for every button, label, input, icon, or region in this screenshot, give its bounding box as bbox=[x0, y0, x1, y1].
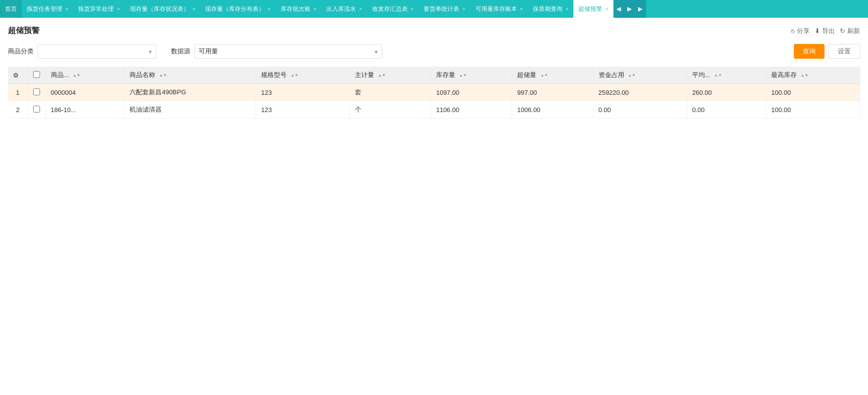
nav-item-overstock[interactable]: 超储预警 × bbox=[573, 0, 613, 18]
sort-icon: ▲▼ bbox=[159, 74, 167, 78]
page-header: 超储预警 ⎋ 分享 ⬇ 导出 ↻ 刷新 bbox=[8, 26, 860, 36]
category-filter: 商品分类 bbox=[8, 44, 156, 59]
sort-icon: ▲▼ bbox=[714, 74, 722, 78]
datasource-value: 可用量 bbox=[199, 47, 218, 56]
share-icon: ⎋ bbox=[791, 27, 795, 35]
sort-icon: ▲▼ bbox=[459, 74, 467, 78]
cell-avg: 0.00 bbox=[687, 101, 766, 118]
row-checkbox-cell[interactable] bbox=[28, 101, 45, 118]
close-icon[interactable]: × bbox=[117, 6, 120, 12]
page-content: 超储预警 ⎋ 分享 ⬇ 导出 ↻ 刷新 商品分类 数据源 bbox=[0, 18, 868, 395]
datasource-select[interactable]: 可用量 bbox=[194, 44, 382, 59]
nav-item-pick-exception[interactable]: 拣货异常处理 × bbox=[73, 0, 125, 18]
col-max-stock[interactable]: 最高库存 ▲▼ bbox=[766, 67, 860, 84]
col-spec[interactable]: 规格型号 ▲▼ bbox=[256, 67, 350, 84]
nav-item-requisition[interactable]: 要货单统计表 × bbox=[419, 0, 470, 18]
cell-stock: 1106.00 bbox=[431, 101, 512, 118]
cell-spec: 123 bbox=[256, 84, 350, 101]
col-avg[interactable]: 平均... ▲▼ bbox=[687, 67, 766, 84]
page-title: 超储预警 bbox=[8, 26, 40, 36]
cell-overstock: 997.00 bbox=[512, 84, 593, 101]
nav-item-summary[interactable]: 收发存汇总表 × bbox=[367, 0, 419, 18]
row-number: 2 bbox=[8, 101, 28, 118]
col-stock[interactable]: 库存量 ▲▼ bbox=[431, 67, 512, 84]
cell-capital: 259220.00 bbox=[593, 84, 687, 101]
sort-icon: ▲▼ bbox=[291, 74, 299, 78]
refresh-icon: ↻ bbox=[840, 27, 845, 35]
filter-row: 商品分类 数据源 可用量 查询 设置 bbox=[8, 44, 860, 59]
select-all-checkbox[interactable] bbox=[33, 71, 40, 78]
sort-icon: ▲▼ bbox=[628, 74, 636, 78]
close-icon[interactable]: × bbox=[520, 6, 523, 12]
row-checkbox-cell[interactable] bbox=[28, 84, 45, 101]
datasource-filter: 数据源 可用量 bbox=[171, 44, 382, 59]
col-product-name[interactable]: 商品名称 ▲▼ bbox=[125, 67, 256, 84]
row-number: 1 bbox=[8, 84, 28, 101]
category-select[interactable] bbox=[38, 44, 156, 59]
checkbox-header[interactable] bbox=[28, 67, 45, 84]
query-button[interactable]: 查询 bbox=[794, 44, 825, 59]
cell-product-name: 六配套新昌490BPG bbox=[125, 84, 256, 101]
cell-overstock: 1006.00 bbox=[512, 101, 593, 118]
share-button[interactable]: ⎋ 分享 bbox=[791, 27, 810, 36]
cell-product-code: 0000004 bbox=[45, 84, 125, 101]
col-overstock[interactable]: 超储量 ▲▼ bbox=[512, 67, 593, 84]
cell-unit: 个 bbox=[350, 101, 431, 118]
col-unit[interactable]: 主计量 ▲▼ bbox=[350, 67, 431, 84]
col-product-code[interactable]: 商品... ▲▼ bbox=[45, 67, 125, 84]
close-icon[interactable]: × bbox=[605, 6, 608, 12]
sort-icon: ▲▼ bbox=[73, 74, 81, 78]
category-label: 商品分类 bbox=[8, 47, 34, 56]
nav-prev-arrow[interactable]: ◀ bbox=[613, 0, 624, 18]
nav-bar: 首页 拣货任务管理 × 拣货异常处理 × 现存量（库存状况表） × 现存量（库存… bbox=[0, 0, 868, 18]
close-icon[interactable]: × bbox=[267, 6, 270, 12]
header-actions: ⎋ 分享 ⬇ 导出 ↻ 刷新 bbox=[791, 27, 860, 36]
export-button[interactable]: ⬇ 导出 bbox=[815, 27, 835, 36]
sort-icon: ▲▼ bbox=[801, 74, 809, 78]
row-checkbox[interactable] bbox=[33, 88, 40, 95]
nav-item-flow[interactable]: 出入库流水 × bbox=[321, 0, 367, 18]
refresh-button[interactable]: ↻ 刷新 bbox=[840, 27, 860, 36]
cell-spec: 123 bbox=[256, 101, 350, 118]
chevron-down-icon bbox=[149, 48, 152, 55]
settings-button[interactable]: 设置 bbox=[828, 44, 860, 59]
nav-item-pick-task[interactable]: 拣货任务管理 × bbox=[22, 0, 73, 18]
row-checkbox[interactable] bbox=[33, 106, 40, 113]
export-icon: ⬇ bbox=[815, 27, 820, 35]
close-icon[interactable]: × bbox=[411, 6, 414, 12]
gear-icon[interactable]: ⚙ bbox=[13, 72, 19, 79]
cell-avg: 260.00 bbox=[687, 84, 766, 101]
nav-next-arrow[interactable]: ▶ bbox=[624, 0, 635, 18]
cell-product-name: 机油滤清器 bbox=[125, 101, 256, 118]
filter-actions: 查询 设置 bbox=[794, 44, 860, 59]
col-capital[interactable]: 资金占用 ▲▼ bbox=[593, 67, 687, 84]
gear-header[interactable]: ⚙ bbox=[8, 67, 28, 84]
cell-max-stock: 100.00 bbox=[766, 101, 860, 118]
close-icon[interactable]: × bbox=[565, 6, 568, 12]
cell-capital: 0.00 bbox=[593, 101, 687, 118]
data-table: ⚙ 商品... ▲▼ 商品名称 ▲▼ 规格型号 ▲▼ 主计 bbox=[8, 67, 860, 118]
sort-icon: ▲▼ bbox=[540, 74, 548, 78]
table-header-row: ⚙ 商品... ▲▼ 商品名称 ▲▼ 规格型号 ▲▼ 主计 bbox=[8, 67, 860, 84]
table-row: 2 186-10... 机油滤清器 123 个 1106.00 1006.00 … bbox=[8, 101, 860, 118]
nav-more-arrow[interactable]: ▶ bbox=[635, 0, 646, 18]
close-icon[interactable]: × bbox=[462, 6, 465, 12]
cell-product-code: 186-10... bbox=[45, 101, 125, 118]
datasource-label: 数据源 bbox=[171, 47, 190, 56]
nav-item-expiry[interactable]: 保质期查询 × bbox=[528, 0, 573, 18]
chevron-down-icon bbox=[375, 48, 378, 55]
cell-unit: 套 bbox=[350, 84, 431, 101]
nav-item-available[interactable]: 可用量库存账本 × bbox=[471, 0, 528, 18]
close-icon[interactable]: × bbox=[313, 6, 316, 12]
cell-max-stock: 100.00 bbox=[766, 84, 860, 101]
close-icon[interactable]: × bbox=[359, 6, 362, 12]
close-icon[interactable]: × bbox=[192, 6, 195, 12]
sort-icon: ▲▼ bbox=[378, 74, 386, 78]
cell-stock: 1097.00 bbox=[431, 84, 512, 101]
table-row: 1 0000004 六配套新昌490BPG 123 套 1097.00 997.… bbox=[8, 84, 860, 101]
nav-item-batch[interactable]: 库存批次账 × bbox=[276, 0, 321, 18]
nav-item-stock-dist[interactable]: 现存量（库存分布表） × bbox=[200, 0, 275, 18]
nav-item-stock-status[interactable]: 现存量（库存状况表） × bbox=[125, 0, 200, 18]
close-icon[interactable]: × bbox=[65, 6, 68, 12]
nav-item-home[interactable]: 首页 bbox=[0, 0, 22, 18]
